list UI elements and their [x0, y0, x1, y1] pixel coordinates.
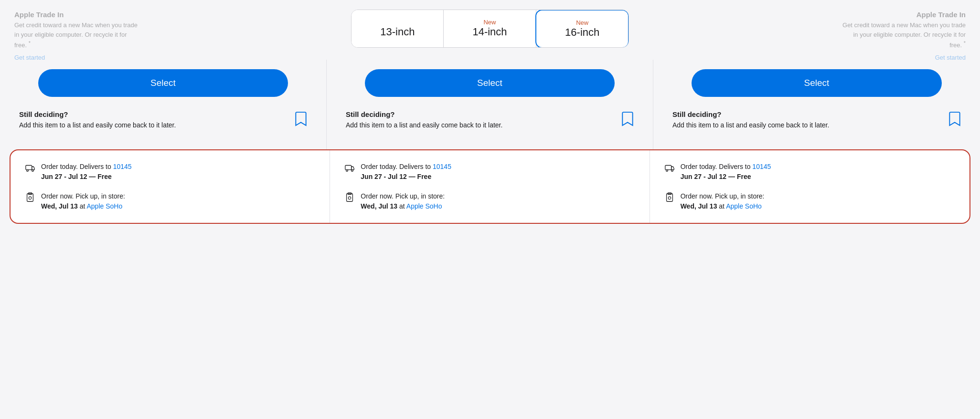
still-deciding-body-2: Add this item to a list and easily come … — [346, 120, 502, 130]
bookmark-icon-3[interactable] — [948, 111, 961, 128]
shipping-prefix-3: Order today. Delivers to — [681, 163, 753, 170]
svg-point-5 — [29, 197, 32, 199]
size-label-13: 13-inch — [380, 26, 415, 38]
pickup-prefix-2: Order now. Pick up, in store: — [361, 192, 445, 200]
still-deciding-body-3: Add this item to a list and easily come … — [672, 120, 829, 130]
still-deciding-body-1: Add this item to a list and easily come … — [19, 120, 176, 130]
pickup-text-1: Order now. Pick up, in store: Wed, Jul 1… — [41, 191, 125, 211]
new-label-14: New — [472, 19, 507, 26]
pickup-store-3[interactable]: Apple SoHo — [726, 202, 762, 210]
shipping-icon-3 — [664, 163, 675, 175]
shipping-row-1: Order today. Delivers to 10145 Jun 27 - … — [25, 162, 315, 182]
still-deciding-title-2: Still deciding? — [346, 110, 502, 118]
shipping-row-2: Order today. Delivers to 10145 Jun 27 - … — [344, 162, 635, 182]
pickup-store-1[interactable]: Apple SoHo — [86, 202, 122, 210]
three-col-layout: Select Still deciding? Add this item to … — [0, 60, 980, 149]
new-label-16: New — [565, 19, 599, 26]
shipping-dates-3: Jun 27 - Jul 12 — Free — [681, 173, 751, 180]
product-col-1: Select Still deciding? Add this item to … — [0, 60, 327, 149]
shipping-text-3: Order today. Delivers to 10145 Jun 27 - … — [681, 162, 771, 182]
svg-point-11 — [349, 197, 352, 199]
shipping-icon-2 — [344, 163, 355, 175]
still-deciding-3: Still deciding? Add this item to a list … — [672, 110, 961, 140]
main-content: Select Still deciding? Add this item to … — [0, 60, 980, 224]
pickup-date-3: Wed, Jul 13 — [681, 202, 717, 210]
size-tabs-group: 13-inch New 14-inch New 16-inch — [351, 10, 628, 48]
delivery-box: Order today. Delivers to 10145 Jun 27 - … — [10, 149, 970, 224]
still-deciding-2: Still deciding? Add this item to a list … — [346, 110, 634, 140]
still-deciding-title-1: Still deciding? — [19, 110, 176, 118]
shipping-prefix-1: Order today. Delivers to — [41, 163, 113, 170]
svg-point-14 — [671, 170, 673, 172]
svg-point-17 — [668, 197, 671, 199]
pickup-date-1: Wed, Jul 13 — [41, 202, 78, 210]
pickup-text-3: Order now. Pick up, in store: Wed, Jul 1… — [681, 191, 765, 211]
shipping-text-2: Order today. Delivers to 10145 Jun 27 - … — [361, 162, 451, 182]
pickup-row-2: Order now. Pick up, in store: Wed, Jul 1… — [344, 191, 635, 211]
size-label-16: 16-inch — [565, 26, 599, 39]
product-col-3: Select Still deciding? Add this item to … — [653, 60, 980, 149]
svg-point-1 — [27, 170, 29, 172]
shipping-prefix-2: Order today. Delivers to — [361, 163, 433, 170]
select-button-3[interactable]: Select — [692, 69, 942, 97]
still-deciding-text-2: Still deciding? Add this item to a list … — [346, 110, 502, 130]
bookmark-icon-1[interactable] — [295, 111, 307, 128]
shipping-zip-2[interactable]: 10145 — [433, 163, 451, 170]
pickup-icon-1 — [25, 192, 35, 205]
delivery-col-3: Order today. Delivers to 10145 Jun 27 - … — [650, 150, 969, 223]
page-wrapper: Apple Trade In Get credit toward a new M… — [0, 0, 980, 419]
delivery-col-1: Order today. Delivers to 10145 Jun 27 - … — [11, 150, 330, 223]
shipping-zip-3[interactable]: 10145 — [752, 163, 771, 170]
pickup-icon-2 — [344, 192, 355, 205]
pickup-row-1: Order now. Pick up, in store: Wed, Jul 1… — [25, 191, 315, 211]
still-deciding-text-1: Still deciding? Add this item to a list … — [19, 110, 176, 130]
shipping-icon-1 — [25, 163, 35, 175]
shipping-row-3: Order today. Delivers to 10145 Jun 27 - … — [664, 162, 955, 182]
pickup-store-2[interactable]: Apple SoHo — [406, 202, 442, 210]
shipping-zip-1[interactable]: 10145 — [113, 163, 132, 170]
pickup-prefix-1: Order now. Pick up, in store: — [41, 192, 125, 200]
pickup-row-3: Order now. Pick up, in store: Wed, Jul 1… — [664, 191, 955, 211]
pickup-prefix-3: Order now. Pick up, in store: — [681, 192, 765, 200]
svg-point-7 — [346, 170, 348, 172]
still-deciding-text-3: Still deciding? Add this item to a list … — [672, 110, 829, 130]
svg-point-8 — [352, 170, 353, 172]
select-button-2[interactable]: Select — [365, 69, 615, 97]
size-tab-13inch[interactable]: 13-inch — [352, 10, 444, 47]
shipping-text-1: Order today. Delivers to 10145 Jun 27 - … — [41, 162, 132, 182]
svg-rect-3 — [27, 194, 33, 202]
select-section-2: Select — [346, 69, 634, 97]
pickup-icon-3 — [664, 192, 675, 205]
select-button-1[interactable]: Select — [38, 69, 288, 97]
product-col-2: Select Still deciding? Add this item to … — [327, 60, 653, 149]
svg-rect-0 — [26, 166, 32, 170]
shipping-dates-2: Jun 27 - Jul 12 — Free — [361, 173, 431, 180]
pickup-at-1: at — [78, 202, 87, 210]
new-label-13 — [380, 19, 415, 26]
svg-rect-12 — [665, 166, 671, 170]
pickup-at-3: at — [717, 202, 726, 210]
pickup-date-2: Wed, Jul 13 — [361, 202, 397, 210]
shipping-dates-1: Jun 27 - Jul 12 — Free — [41, 173, 112, 180]
size-tab-16inch[interactable]: New 16-inch — [535, 10, 629, 48]
svg-rect-6 — [345, 166, 352, 170]
select-section-3: Select — [672, 69, 961, 97]
svg-point-2 — [32, 170, 34, 172]
size-label-14: 14-inch — [472, 26, 507, 38]
svg-rect-15 — [666, 194, 672, 202]
size-selector: 13-inch New 14-inch New 16-inch — [0, 0, 980, 52]
pickup-at-2: at — [397, 202, 406, 210]
select-section-1: Select — [19, 69, 307, 97]
pickup-text-2: Order now. Pick up, in store: Wed, Jul 1… — [361, 191, 445, 211]
svg-rect-9 — [347, 194, 353, 202]
top-section: Apple Trade In Get credit toward a new M… — [0, 0, 980, 55]
bookmark-icon-2[interactable] — [621, 111, 634, 128]
delivery-col-2: Order today. Delivers to 10145 Jun 27 - … — [330, 150, 650, 223]
still-deciding-1: Still deciding? Add this item to a list … — [19, 110, 307, 140]
svg-point-13 — [666, 170, 668, 172]
size-tab-14inch[interactable]: New 14-inch — [444, 10, 536, 47]
still-deciding-title-3: Still deciding? — [672, 110, 829, 118]
